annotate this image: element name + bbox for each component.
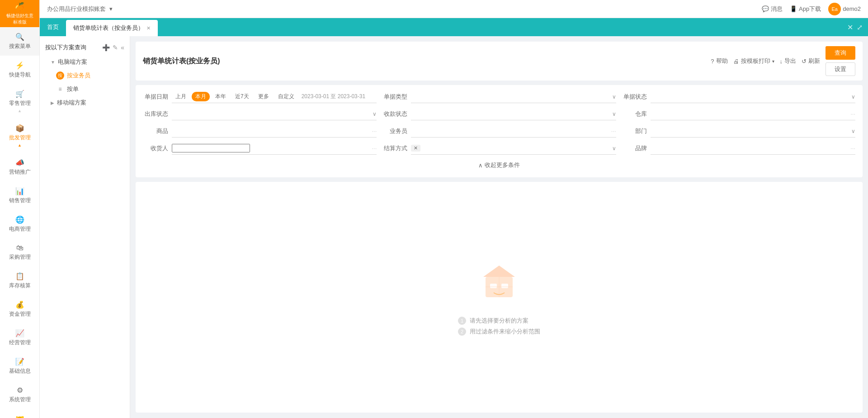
template-print-btn[interactable]: 🖨 按模板打印 ▾ — [733, 57, 774, 65]
maximize-icon[interactable]: ⤢ — [857, 23, 863, 32]
outstatus-control[interactable]: ∨ — [172, 108, 377, 120]
sidebar-item-wholesale[interactable]: 📦 批发管理 ▲ — [0, 119, 39, 153]
user-name-label: demo2 — [843, 5, 861, 12]
receiver-dots-icon[interactable]: ··· — [372, 145, 377, 152]
department-label: 部门 — [622, 127, 647, 135]
export-icon: ↓ — [780, 58, 783, 65]
edit-scheme-btn[interactable]: ✎ — [113, 44, 118, 51]
sidebar-item-enterprise[interactable]: 🤝 企业协同 — [0, 409, 39, 418]
left-panel-header: 按以下方案查询 ➕ ✎ « — [40, 40, 130, 55]
sidebar-item-sales[interactable]: 📊 销售管理 — [0, 181, 39, 210]
collapse-more-btn[interactable]: ∧ 收起更多条件 — [143, 158, 855, 172]
warehouse-control[interactable]: ··· — [651, 108, 855, 120]
receiptstatus-control[interactable]: ∨ — [411, 108, 616, 120]
payment-arrow-icon: ∨ — [612, 145, 616, 152]
collapse-up-icon: ∧ — [478, 162, 483, 169]
doctype-label: 单据类型 — [382, 93, 407, 101]
receiver-input[interactable] — [172, 144, 250, 152]
finance-icon: 💰 — [15, 300, 24, 309]
sidebar-item-quick-nav[interactable]: ⚡ 快捷导航 — [0, 56, 39, 84]
date-btn-lastmonth[interactable]: 上月 — [172, 92, 190, 101]
date-btn-more[interactable]: 更多 — [255, 92, 273, 101]
date-btn-thismonth[interactable]: 本月 — [192, 92, 210, 101]
page-header: 销货单统计表(按业务员) ? 帮助 🖨 按模板打印 ▾ ↓ 导出 — [136, 42, 863, 81]
user-profile-btn[interactable]: Ea demo2 — [828, 3, 861, 15]
product-control[interactable]: ··· — [172, 125, 377, 138]
ecommerce-icon: 🌐 — [15, 215, 24, 224]
tab-sales-stat[interactable]: 销货单统计表（按业务员） ✕ — [66, 20, 158, 36]
avatar: Ea — [828, 3, 841, 15]
refresh-btn[interactable]: ↺ 刷新 — [802, 57, 820, 65]
product-label: 商品 — [143, 127, 168, 135]
department-control[interactable]: ∨ — [651, 125, 855, 138]
settings-button[interactable]: 设置 — [826, 62, 855, 76]
receiver-control[interactable]: ··· — [172, 142, 377, 155]
warehouse-dots-icon[interactable]: ··· — [850, 110, 855, 117]
sidebar-item-system[interactable]: ⚙ 系统管理 — [0, 380, 39, 409]
date-btn-custom[interactable]: 自定义 — [274, 92, 298, 101]
sidebar-item-inventory[interactable]: 📋 库存核算 — [0, 266, 39, 295]
salesperson-dots-icon[interactable]: ··· — [611, 128, 616, 134]
search-icon: 🔍 — [15, 33, 24, 41]
product-dots-icon[interactable]: ··· — [372, 128, 377, 134]
filter-cell-department: 部门 ∨ — [622, 125, 855, 138]
tree-item-label: 按业务员 — [67, 71, 90, 80]
sidebar-item-label: 快捷导航 — [9, 71, 31, 79]
filter-cell-receiptstatus: 收款状态 ∨ — [382, 108, 616, 120]
payment-control[interactable]: ✕ ∨ — [411, 142, 616, 155]
tree-item-pc[interactable]: ▼ 电脑端方案 — [40, 55, 130, 69]
payment-clear-tag[interactable]: ✕ — [411, 145, 420, 152]
brand-control[interactable]: ··· — [651, 142, 855, 155]
tree-item-order[interactable]: ≡ 按单 — [40, 82, 130, 96]
tree-item-label: 移动端方案 — [57, 99, 86, 107]
sidebar-item-marketing[interactable]: 📣 营销推广 — [0, 153, 39, 181]
sidebar-item-finance[interactable]: 💰 资金管理 — [0, 295, 39, 323]
docstatus-control[interactable]: ∨ — [651, 90, 855, 103]
breadcrumb-arrow-icon[interactable]: ▾ — [109, 5, 113, 12]
date-btn-thisyear[interactable]: 本年 — [212, 92, 230, 101]
date-btn-7days[interactable]: 近7天 — [231, 92, 253, 101]
filter-row-2: 出库状态 ∨ 收款状态 ∨ 仓库 ··· — [143, 108, 855, 120]
expand-arrow-icon: ▲ — [18, 109, 22, 113]
logo-icon: 🍊 — [14, 2, 25, 13]
operations-icon: 📈 — [15, 329, 24, 337]
app-download-label: App下载 — [799, 5, 821, 13]
sidebar-item-label: 基础信息 — [9, 367, 31, 375]
brand-label: 品牌 — [622, 144, 647, 152]
collapse-panel-btn[interactable]: « — [121, 44, 124, 51]
filter-cell-payment: 结算方式 ✕ ∨ — [382, 142, 616, 155]
add-scheme-btn[interactable]: ➕ — [102, 44, 110, 51]
sidebar-item-label: 经营管理 — [9, 339, 31, 347]
doctype-control[interactable]: ∨ — [411, 90, 616, 103]
hint-2-num: 2 — [458, 328, 466, 336]
doctype-arrow-icon: ∨ — [612, 94, 616, 100]
print-icon: 🖨 — [733, 58, 739, 65]
empty-hints-area: 1 请先选择要分析的方案 2 用过滤条件来缩小分析范围 — [458, 317, 540, 336]
tree-item-mobile[interactable]: ▶ 移动端方案 — [40, 96, 130, 109]
tree-item-salesperson[interactable]: 按 按业务员 — [40, 69, 130, 82]
tab-close-icon[interactable]: ✕ — [146, 25, 151, 31]
inventory-icon: 📋 — [15, 272, 24, 280]
salesperson-control[interactable]: ··· — [411, 125, 616, 138]
svg-marker-1 — [483, 266, 515, 277]
sidebar-item-purchase[interactable]: 🛍 采购管理 — [0, 238, 39, 266]
close-window-icon[interactable]: ✕ — [847, 23, 853, 32]
query-button[interactable]: 查询 — [826, 46, 855, 60]
filter-row-1: 单据日期 上月 本月 本年 近7天 更多 自定义 2023-03-01 至 20… — [143, 90, 855, 103]
breadcrumb-text: 办公用品行业模拟账套 — [47, 5, 106, 13]
app-download-btn[interactable]: 📱 App下载 — [790, 5, 821, 13]
help-btn[interactable]: ? 帮助 — [711, 57, 727, 65]
filter-row-3: 商品 ··· 业务员 ··· 部门 ∨ — [143, 125, 855, 138]
export-btn[interactable]: ↓ 导出 — [780, 57, 797, 65]
sidebar-item-ecommerce[interactable]: 🌐 电商管理 — [0, 210, 39, 238]
brand-dots-icon[interactable]: ··· — [850, 145, 855, 152]
message-btn[interactable]: 💬 消息 — [762, 5, 783, 13]
sidebar-item-retail[interactable]: 🛒 零售管理 ▲ — [0, 84, 39, 119]
sidebar-item-basic-info[interactable]: 📝 基础信息 — [0, 352, 39, 380]
tabbar: 首页 销货单统计表（按业务员） ✕ ✕ ⤢ — [40, 18, 868, 36]
sidebar-item-search[interactable]: 🔍 搜索菜单 — [0, 27, 39, 56]
tab-home[interactable]: 首页 — [40, 18, 66, 36]
sidebar-item-operations[interactable]: 📈 经营管理 — [0, 323, 39, 352]
refresh-icon: ↺ — [802, 58, 807, 65]
outstatus-arrow-icon: ∨ — [373, 111, 377, 117]
